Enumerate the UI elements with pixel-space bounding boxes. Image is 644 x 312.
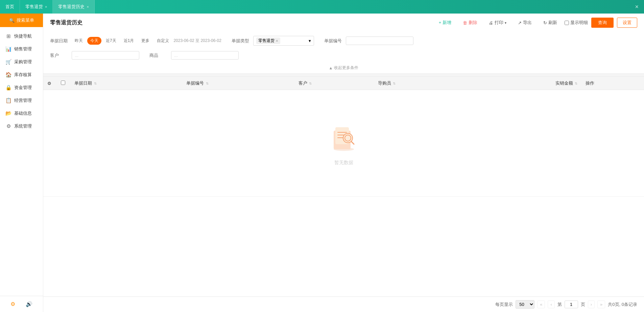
date-btn-7days[interactable]: 近7天	[103, 37, 119, 45]
print-button[interactable]: 🖨 打印 ▾	[485, 18, 510, 27]
page-input[interactable]: 1	[565, 300, 578, 308]
prev-page-button[interactable]: ‹	[548, 300, 554, 308]
top-bar: 首页 零售退货 × 零售退货历史 × ×	[0, 0, 644, 14]
date-btn-1month[interactable]: 近1月	[121, 37, 137, 45]
sidebar-item-sales-mgmt-label: 销售管理	[14, 46, 32, 52]
th-guide[interactable]: 导购员 ⇅	[374, 77, 470, 90]
date-range-display: 2023-06-02 至 2023-06-02	[173, 38, 221, 44]
th-customer[interactable]: 客户 ⇅	[294, 77, 374, 90]
settings-button[interactable]: 设置	[617, 18, 637, 28]
show-detail-label: 显示明细	[570, 20, 588, 26]
type-filter-dropdown-icon: ▾	[309, 38, 311, 43]
operation-mgmt-icon: 📋	[5, 97, 11, 104]
tab-retail-return-history-close[interactable]: ×	[87, 5, 89, 9]
delete-icon: 🗑	[463, 20, 467, 25]
sidebar-item-operation-mgmt[interactable]: 📋 经营管理	[0, 94, 43, 107]
amount-sort-icon[interactable]: ⇅	[575, 82, 577, 85]
table-header-row: ⚙ 单据日期 ⇅ 单据编号 ⇅	[43, 77, 644, 90]
sidebar-item-inventory-label: 库存核算	[14, 72, 32, 78]
sidebar-item-quick-nav[interactable]: ⊞ 快捷导航	[0, 30, 43, 43]
page-title-row: 零售退货历史 + 新增 🗑 删除 🖨 打印 ▾ ↗ 导出	[50, 18, 637, 28]
th-amount[interactable]: 实销金额 ⇅	[470, 77, 581, 90]
sidebar-search[interactable]: 🔍 搜索菜单	[0, 14, 43, 27]
sidebar-item-system-mgmt[interactable]: ⚙ 系统管理	[0, 120, 43, 133]
th-date[interactable]: 单据日期 ⇅	[70, 77, 182, 90]
th-checkbox[interactable]	[57, 77, 70, 90]
select-all-checkbox[interactable]	[61, 81, 65, 85]
tab-home-label: 首页	[5, 4, 14, 10]
empty-text: 暂无数据	[334, 160, 353, 166]
new-button[interactable]: + 新增	[435, 18, 455, 27]
page-title: 零售退货历史	[50, 19, 82, 26]
svg-line-8	[351, 141, 354, 144]
sidebar-search-label: 搜索菜单	[17, 17, 34, 23]
column-settings-icon[interactable]: ⚙	[47, 81, 51, 86]
page-header: 零售退货历史 + 新增 🗑 删除 🖨 打印 ▾ ↗ 导出	[43, 14, 644, 74]
export-label: 导出	[523, 20, 532, 26]
date-filter: 昨天 今天 近7天 近1月 更多 自定义 2023-06-02 至 2023-0…	[72, 37, 221, 45]
guide-sort-icon[interactable]: ⇅	[393, 82, 396, 85]
table-area: ⚙ 单据日期 ⇅ 单据编号 ⇅	[43, 76, 644, 296]
first-page-button[interactable]: «	[537, 300, 545, 308]
query-button[interactable]: 查询	[591, 18, 614, 28]
code-filter-input[interactable]	[346, 37, 413, 45]
tab-home[interactable]: 首页	[0, 0, 20, 14]
show-detail-input[interactable]	[565, 21, 569, 25]
sidebar-item-inventory[interactable]: 🏠 库存核算	[0, 68, 43, 81]
basic-info-icon: 📂	[5, 110, 11, 116]
customer-filter-item: 客户 ...	[50, 51, 139, 60]
sidebar-item-purchase-mgmt[interactable]: 🛒 采购管理	[0, 55, 43, 68]
tab-retail-return[interactable]: 零售退货 ×	[20, 0, 53, 14]
delete-label: 删除	[469, 20, 477, 26]
page-label: 第	[557, 302, 562, 308]
goods-filter-item: 商品 ...	[149, 51, 239, 60]
print-icon: 🖨	[489, 20, 493, 25]
customer-sort-icon[interactable]: ⇅	[309, 82, 312, 85]
type-filter-tag-close[interactable]: ×	[276, 39, 278, 43]
export-button[interactable]: ↗ 导出	[514, 18, 536, 27]
export-icon: ↗	[518, 20, 522, 25]
quick-nav-icon: ⊞	[5, 33, 11, 39]
refresh-label: 刷新	[548, 20, 557, 26]
next-page-button[interactable]: ›	[588, 300, 595, 308]
sidebar-item-sales-mgmt[interactable]: 📊 销售管理	[0, 43, 43, 55]
sidebar-bottom: ⚙ 🔊	[0, 296, 43, 312]
date-btn-custom[interactable]: 自定义	[154, 37, 172, 45]
window-close-button[interactable]: ×	[629, 3, 644, 10]
sidebar-item-basic-info[interactable]: 📂 基础信息	[0, 107, 43, 120]
customer-filter-input[interactable]: ...	[72, 51, 139, 60]
settings-bottom-btn[interactable]: ⚙	[10, 301, 15, 307]
collapse-icon: ▲	[329, 66, 333, 70]
refresh-button[interactable]: ↻ 刷新	[539, 18, 561, 27]
th-customer-label: 客户	[299, 81, 307, 86]
search-icon: 🔍	[9, 18, 15, 23]
tab-retail-return-history[interactable]: 零售退货历史 ×	[53, 0, 94, 14]
collapse-button[interactable]: ▲ 收起更多条件	[329, 65, 359, 71]
per-page-select[interactable]: 10 20 50 100	[516, 300, 534, 309]
print-label: 打印	[495, 20, 503, 26]
date-sort-icon[interactable]: ⇅	[94, 82, 97, 85]
code-sort-icon[interactable]: ⇅	[206, 82, 209, 85]
customer-placeholder: ...	[75, 53, 78, 58]
refresh-icon: ↻	[543, 20, 547, 25]
table-body: 暂无数据	[43, 90, 644, 197]
th-code[interactable]: 单据编号 ⇅	[182, 77, 294, 90]
date-btn-yesterday[interactable]: 昨天	[72, 37, 86, 45]
last-page-button[interactable]: »	[597, 300, 605, 308]
type-filter-select[interactable]: 零售退货 × ▾	[253, 36, 314, 46]
print-chevron-icon: ▾	[505, 21, 506, 25]
filter-row-1: 单据日期 昨天 今天 近7天 近1月 更多 自定义 2023-06-02 至 2…	[50, 35, 637, 50]
th-settings[interactable]: ⚙	[43, 77, 57, 90]
delete-button[interactable]: 🗑 删除	[459, 18, 481, 27]
sidebar-item-capital-mgmt[interactable]: 🔒 资金管理	[0, 81, 43, 94]
tab-retail-return-history-label: 零售退货历史	[58, 4, 85, 10]
tab-retail-return-close[interactable]: ×	[45, 5, 47, 9]
goods-filter-input[interactable]: ...	[171, 51, 239, 60]
sales-mgmt-icon: 📊	[5, 46, 11, 52]
th-guide-label: 导购员	[378, 81, 391, 86]
date-btn-more[interactable]: 更多	[138, 37, 152, 45]
volume-bottom-btn[interactable]: 🔊	[26, 301, 32, 307]
date-btn-today[interactable]: 今天	[87, 37, 101, 45]
capital-mgmt-icon: 🔒	[5, 85, 11, 91]
show-detail-checkbox[interactable]: 显示明细	[565, 20, 588, 26]
